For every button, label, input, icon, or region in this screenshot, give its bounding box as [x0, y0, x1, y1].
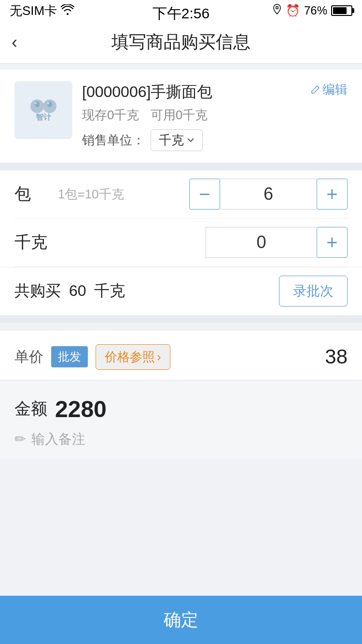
page-title: 填写商品购买信息	[111, 30, 251, 54]
remark-placeholder: 输入备注	[31, 430, 85, 448]
svg-text:智计: 智计	[35, 113, 52, 121]
svg-point-0	[276, 7, 278, 9]
battery-icon	[331, 5, 352, 16]
kg-quantity-input[interactable]	[206, 227, 317, 258]
quantity-section: 包 1包=10千克 − + 千克 +	[0, 170, 362, 267]
status-right: ⏰ 76%	[272, 4, 352, 17]
back-button[interactable]: ‹	[12, 32, 17, 53]
bag-quantity-row: 包 1包=10千克 − +	[14, 170, 348, 219]
total-value: 60	[69, 282, 86, 299]
kg-label: 千克	[14, 231, 53, 253]
bag-qty-controls: − +	[189, 179, 348, 210]
status-carrier: 无SIM卡	[10, 2, 74, 19]
svg-point-6	[47, 102, 49, 104]
remark-row[interactable]: ✏ 输入备注	[14, 430, 348, 448]
battery-percent: 76%	[304, 4, 327, 17]
kg-qty-controls: +	[206, 227, 348, 258]
product-image: 智计	[14, 81, 72, 139]
amount-section: 金额 2280 ✏ 输入备注	[0, 381, 362, 458]
kg-plus-button[interactable]: +	[317, 227, 348, 258]
price-value: 38	[325, 345, 348, 368]
carrier-text: 无SIM卡	[10, 2, 57, 19]
price-ref-button[interactable]: 价格参照 ›	[96, 344, 170, 370]
product-name: [0000006]手撕面包	[82, 81, 212, 103]
unit-select[interactable]: 千克	[151, 129, 203, 151]
svg-point-4	[47, 101, 52, 107]
price-row: 单价 批发 价格参照 › 38	[14, 344, 348, 370]
svg-point-5	[35, 102, 37, 104]
alarm-icon: ⏰	[286, 4, 300, 17]
bag-label: 包	[14, 183, 53, 205]
amount-label: 金额	[14, 398, 47, 420]
section-separator-2	[0, 315, 362, 323]
product-stock: 现存0千克 可用0千克	[82, 107, 348, 124]
product-unit-row: 销售单位： 千克	[82, 129, 348, 151]
confirm-bar[interactable]: 确定	[0, 596, 362, 644]
bag-minus-button[interactable]: −	[189, 179, 220, 210]
svg-point-3	[35, 101, 40, 107]
edit-button[interactable]: 编辑	[310, 81, 348, 98]
total-text: 共购买 60 千克	[14, 280, 279, 302]
price-section: 单价 批发 价格参照 › 38	[0, 331, 362, 379]
confirm-text: 确定	[164, 608, 198, 632]
content-area	[0, 458, 362, 593]
location-icon	[272, 4, 282, 17]
status-time: 下午2:56	[153, 4, 209, 24]
batch-button[interactable]: 录批次	[279, 276, 348, 307]
product-info: [0000006]手撕面包 编辑 现存0千克 可用0千克 销售单位： 千克	[82, 81, 348, 151]
nav-bar: ‹ 填写商品购买信息	[0, 21, 362, 64]
total-section: 共购买 60 千克 录批次	[0, 267, 362, 315]
bag-quantity-input[interactable]	[220, 179, 317, 210]
price-tag: 批发	[51, 346, 88, 367]
bag-plus-button[interactable]: +	[317, 179, 348, 210]
section-separator-1	[0, 163, 362, 170]
kg-quantity-row: 千克 +	[14, 219, 348, 267]
price-label: 单价	[14, 347, 43, 367]
wifi-icon	[61, 3, 74, 18]
product-card: 智计 [0000006]手撕面包 编辑 现存0千克 可用0千克 销售单位： 千克	[0, 70, 362, 163]
remark-icon: ✏	[14, 431, 26, 447]
bag-hint: 1包=10千克	[58, 186, 189, 203]
amount-row: 金额 2280	[14, 396, 348, 422]
status-bar: 无SIM卡 下午2:56 ⏰ 76%	[0, 0, 362, 21]
amount-value: 2280	[55, 396, 107, 422]
